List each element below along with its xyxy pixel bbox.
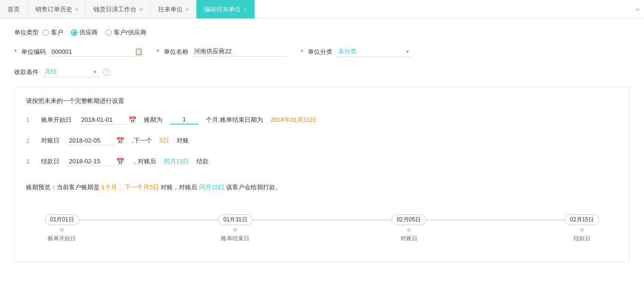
unit-type-label: 单位类型 [14,28,39,37]
unit-class-label: 单位分类 [308,48,332,56]
date-input-wrap-1: 📅 [79,115,136,125]
date-input-3[interactable] [67,157,114,166]
payment-chevron-icon: ▼ [93,69,97,75]
date-input-2[interactable] [67,136,114,145]
page-content: 单位类型 客户 供应商 客户/供应商 * 单位编码 [0,19,644,287]
date-input-1[interactable] [79,115,127,125]
setting-row-1: 1 账单开始日 📅 账期为 个月,账单结束日期为 2018年01月31日 [26,115,618,125]
date-input-wrap-2: 📅 [67,136,124,145]
tab-close-counterpart[interactable]: × [186,7,188,12]
payment-label: 收款条件 [14,68,39,76]
point-dot-2 [407,228,411,232]
chevron-down-icon: ▼ [405,49,410,54]
row-num-2: 2 [26,137,34,144]
suffix-before-3: ，对账后 [132,157,156,166]
point-dot-0 [60,228,64,232]
suffix-after-1: 个月,账单结束日期为 [206,116,263,124]
point-dot-1 [233,228,237,232]
unit-name-star: * [157,48,159,55]
timeline-point-3: 02月15日 结款日 [565,214,599,243]
point-badge-3: 02月15日 [565,214,599,225]
period-input[interactable] [170,115,198,125]
unit-code-input[interactable] [50,47,133,56]
point-label-1: 账单结束日 [221,235,249,243]
unit-type-radio-group: 客户 供应商 客户/供应商 [42,28,146,37]
radio-circle-supplier [71,29,77,36]
suffix-after-3: 结款 [196,157,209,166]
tab-edit-counterpart[interactable]: 编辑往来单位 × [196,0,254,18]
calendar-icon-2[interactable]: 📅 [116,137,124,144]
help-icon[interactable]: ? [103,68,110,76]
date-highlight-3: 同月15日 [164,157,189,166]
payment-select[interactable]: 月结 ▼ [42,67,99,77]
unit-type-row: 单位类型 客户 供应商 客户/供应商 [14,28,630,37]
payment-field: 收款条件 月结 ▼ ? [14,67,110,77]
preview-suffix: 该客户会给我打款。 [226,184,281,191]
timeline: 01月01日 账单开始日 01月31日 账单结束日 02月05日 对账日 02月… [26,205,618,252]
suffix-after-2: 对账 [177,136,189,145]
point-dot-3 [580,228,584,232]
suffix-before-1: 账期为 [144,116,162,124]
date-highlight-2: 5日 [160,136,169,145]
radio-supplier[interactable]: 供应商 [71,28,98,37]
point-badge-0: 01月01日 [45,214,79,225]
row-num-1: 1 [26,116,34,123]
timeline-point-0: 01月01日 账单开始日 [45,214,79,243]
timeline-points: 01月01日 账单开始日 01月31日 账单结束日 02月05日 对账日 02月… [45,214,599,243]
tabs-bar: 首页 销售订单历史 × 钱货日清工作台 × 往来单位 × 编辑往来单位 × » [0,0,644,19]
unit-code-input-wrap: 📋 [50,47,143,57]
tab-close-cash-ledger[interactable]: × [139,7,142,12]
unit-name-field: * 单位名称 [157,47,287,57]
preview-middle: 对账，对账后 [161,184,197,191]
unit-class-select[interactable]: 未分类 ▼ [336,46,412,57]
unit-info-row: * 单位编码 📋 * 单位名称 * 单位分类 未分类 ▼ [14,46,630,57]
timeline-point-1: 01月31日 账单结束日 [218,214,253,243]
tab-close-edit-counterpart[interactable]: × [244,7,246,12]
radio-both[interactable]: 客户/供应商 [105,28,146,37]
date-highlight-1: 2018年01月31日 [271,116,316,124]
row-label-2: 对账日 [41,136,59,145]
timeline-point-2: 02月05日 对账日 [391,214,426,243]
radio-label-supplier: 供应商 [79,28,98,37]
preview-part2: 下一个月5日 [125,184,159,191]
radio-customer[interactable]: 客户 [42,28,63,37]
payment-row: 收款条件 月结 ▼ ? [14,67,630,77]
tab-cash-ledger[interactable]: 钱货日清工作台 × [86,0,150,18]
unit-name-input[interactable] [192,47,287,57]
calendar-icon-3[interactable]: 📅 [116,158,124,165]
preview-part1: 1个月， [102,184,123,191]
card-section: 请按照未来的一个完整帐期进行设置 1 账单开始日 📅 账期为 个月,账单结束日期… [14,87,630,262]
setting-row-3: 3 结款日 📅 ，对账后 同月15日 结款 [26,157,618,166]
unit-code-star: * [14,48,17,55]
payment-value: 月结 [44,68,91,76]
tab-home[interactable]: 首页 [0,0,28,18]
unit-class-star: * [301,48,303,55]
preview-prefix: 账期预览：当前客户账期是 [26,184,100,191]
date-input-wrap-3: 📅 [67,157,124,166]
point-badge-2: 02月05日 [391,214,426,225]
row-label-1: 账单开始日 [41,116,72,124]
radio-circle-customer [42,29,49,36]
point-label-0: 账单开始日 [48,235,76,243]
tab-sales-history[interactable]: 销售订单历史 × [28,0,86,18]
card-title: 请按照未来的一个完整帐期进行设置 [26,97,618,105]
unit-name-label: 单位名称 [164,48,188,56]
point-label-2: 对账日 [400,235,417,243]
point-label-3: 结款日 [574,235,591,243]
preview-text: 账期预览：当前客户账期是 1个月， 下一个月5日 对账，对账后 同月15日 该客… [26,177,618,201]
calendar-icon-1[interactable]: 📅 [128,116,136,124]
unit-class-value: 未分类 [338,47,403,56]
tab-counterpart[interactable]: 往来单位 × [151,0,196,18]
row-label-3: 结款日 [41,157,59,166]
unit-class-field: * 单位分类 未分类 ▼ [301,46,412,57]
radio-label-customer: 客户 [51,28,63,37]
unit-code-copy-icon[interactable]: 📋 [135,48,143,55]
suffix-before-2: ,下一个 [132,136,152,145]
unit-type-field: 单位类型 客户 供应商 客户/供应商 [14,28,146,37]
unit-code-field: * 单位编码 📋 [14,47,143,57]
radio-circle-both [105,29,112,36]
unit-code-label: 单位编码 [21,48,46,56]
tabs-more-button[interactable]: » [631,0,644,18]
tab-close-sales-history[interactable]: × [75,7,78,12]
point-badge-1: 01月31日 [218,214,253,225]
